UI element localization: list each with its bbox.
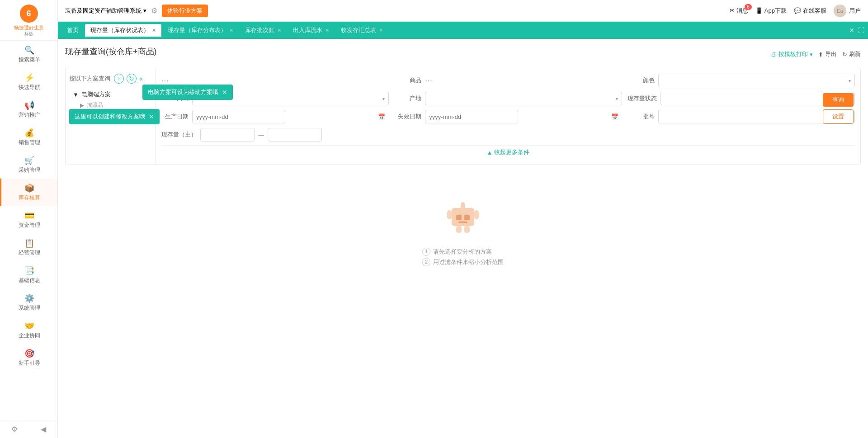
filter-layout: 按以下方案查询 ＋ ↻ « 电脑方案可设为移动方案哦 ✕ xyxy=(65,68,861,165)
scheme-edit-tooltip: 这里可以创建和修改方案哦 ✕ xyxy=(69,109,160,124)
tab-close-icon[interactable]: ✕ xyxy=(152,28,156,33)
sidebar-icon-inventory: 📦 xyxy=(24,183,34,193)
stock-status-label: 现存量状态 xyxy=(627,94,657,103)
empty-state: 1 请先选择要分析的方案 2 用过滤条件来缩小分析范围 xyxy=(65,165,861,295)
color-label: 颜色 xyxy=(627,76,655,85)
tab-label: 库存批次账 xyxy=(245,26,274,34)
sidebar-label-quicknav: 快速导航 xyxy=(19,84,40,91)
expire-date-input[interactable] xyxy=(425,110,518,123)
sidebar-label-inventory: 库存核算 xyxy=(19,194,40,202)
svg-rect-1 xyxy=(456,215,462,220)
logo-text: 畅捷通好生意 标版 xyxy=(14,24,44,37)
add-scheme-btn[interactable]: ＋ xyxy=(114,74,124,84)
refresh-scheme-btn[interactable]: ↻ xyxy=(127,74,137,84)
color-select[interactable]: ▾ xyxy=(658,74,855,87)
tab-label: 收发存汇总表 xyxy=(341,26,376,34)
scheme-pc-label: 电脑端方案 xyxy=(81,90,111,99)
sidebar-item-operations[interactable]: 📋 经营管理 xyxy=(0,234,57,261)
filter-field-produce-date: 生产日期 📅 xyxy=(161,110,389,123)
tip-num-2: 2 xyxy=(422,258,430,266)
filter-action-btns: ＋ ↻ « xyxy=(114,74,143,84)
tab-inventory-status[interactable]: 现存量（库存状况表） ✕ xyxy=(85,24,161,37)
scheme-tooltip-text: 电脑方案可设为移动方案哦 xyxy=(148,88,218,96)
expire-date-label: 失效日期 xyxy=(394,113,421,121)
filter-dots-1[interactable]: ⋯ xyxy=(161,76,169,85)
tab-fullscreen-icon[interactable]: ⛶ xyxy=(858,27,864,34)
sidebar-label-operations: 经营管理 xyxy=(19,249,40,257)
tab-close-icon[interactable]: ✕ xyxy=(229,28,233,33)
header-right: ✉ 消息 6 📱 App下载 💬 在线客服 Ea 用户 xyxy=(730,5,861,17)
stock-qty-min[interactable] xyxy=(200,128,255,141)
filter-arrow-btn[interactable]: « xyxy=(139,75,143,82)
msg-icon-area[interactable]: ✉ 消息 6 xyxy=(730,7,748,15)
origin-select[interactable]: ▾ xyxy=(425,92,622,105)
sidebar-item-guide[interactable]: 🎯 新手引导 xyxy=(0,344,57,372)
filter-field-expire-date: 失效日期 📅 xyxy=(394,110,622,123)
sidebar-item-purchase[interactable]: 🛒 采购管理 xyxy=(0,151,57,179)
tab-batch-account[interactable]: 库存批次账 ✕ xyxy=(240,24,287,37)
search-btn[interactable]: 查询 xyxy=(823,93,854,107)
sidebar-label-purchase: 采购管理 xyxy=(19,166,40,174)
sidebar-item-system[interactable]: ⚙️ 系统管理 xyxy=(0,289,57,316)
sidebar-label-marketing: 营销推广 xyxy=(19,111,40,119)
sys-dropdown-arrow: ▾ xyxy=(143,7,146,14)
sidebar-item-sales[interactable]: 💰 销售管理 xyxy=(0,123,57,151)
filter-dots-2[interactable]: ⋯ xyxy=(425,76,432,85)
avatar: Ea xyxy=(834,5,846,17)
tab-close-icon[interactable]: ✕ xyxy=(277,28,281,33)
expire-date-wrapper: 📅 xyxy=(425,110,622,123)
sidebar-icon-enterprise: 🤝 xyxy=(24,321,34,331)
online-service[interactable]: 💬 在线客服 xyxy=(794,7,826,15)
phone-icon: 📱 xyxy=(755,7,763,14)
tab-home[interactable]: 首页 xyxy=(61,24,84,37)
sidebar-icon-purchase: 🛒 xyxy=(24,155,34,165)
tab-flow[interactable]: 出入库流水 ✕ xyxy=(288,24,335,37)
sidebar-item-enterprise[interactable]: 🤝 企业协同 xyxy=(0,316,57,344)
svg-rect-6 xyxy=(447,210,452,219)
tab-close-icon[interactable]: ✕ xyxy=(379,28,383,33)
stock-qty-max[interactable] xyxy=(268,128,322,141)
sidebar-item-basic[interactable]: 📑 基础信息 xyxy=(0,261,57,289)
sidebar-collapse-icon[interactable]: ◀ xyxy=(41,425,46,433)
filter-fields: ⋯ 商品 ⋯ 颜色 ▾ xyxy=(156,68,861,165)
sub-label: 按照品 xyxy=(87,101,103,109)
tab-summary[interactable]: 收发存汇总表 ✕ xyxy=(335,24,388,37)
logo-icon: 6 xyxy=(20,5,38,23)
refresh-btn[interactable]: ↻ 刷新 xyxy=(842,50,861,58)
sidebar-item-finance[interactable]: 💳 资金管理 xyxy=(0,206,57,234)
sidebar-item-inventory[interactable]: 📦 库存核算 xyxy=(0,179,57,206)
origin-arrow: ▾ xyxy=(616,96,618,101)
svg-rect-3 xyxy=(458,221,467,223)
industry-btn[interactable]: 体验行业方案 xyxy=(162,5,208,17)
produce-date-input[interactable] xyxy=(192,110,285,123)
sidebar-item-quicknav[interactable]: ⚡ 快速导航 xyxy=(0,68,57,96)
app-download[interactable]: 📱 App下载 xyxy=(755,7,787,15)
scheme-tooltip-close[interactable]: ✕ xyxy=(222,89,227,96)
tab-close-all-icon[interactable]: ✕ xyxy=(849,27,854,34)
sys-name-dropdown[interactable]: 装备及固定资产辅助管理系统 ▾ xyxy=(65,7,146,15)
header-settings-icon[interactable]: ⚙ xyxy=(151,6,157,15)
scheme-edit-close[interactable]: ✕ xyxy=(149,113,154,120)
print-dropdown[interactable]: 🖨 按模板打印 ▾ xyxy=(771,50,813,58)
filter-header: 按以下方案查询 ＋ ↻ « xyxy=(69,74,152,84)
search-btns: 查询 设置 xyxy=(823,93,854,124)
filter-row-2: 尺码 ▾ 产地 ▾ xyxy=(161,92,855,105)
sidebar-label-basic: 基础信息 xyxy=(19,277,40,284)
user-area[interactable]: Ea 用户 xyxy=(834,5,861,17)
filter-field-stock-qty: 现存量（主） — xyxy=(161,128,855,141)
scheme-pc[interactable]: ▼ 电脑端方案 xyxy=(73,89,152,100)
tab-label: 出入库流水 xyxy=(293,26,322,34)
sidebar-settings-icon[interactable]: ⚙ xyxy=(11,425,18,433)
sidebar-item-marketing[interactable]: 📢 营销推广 xyxy=(0,96,57,123)
sidebar-item-search[interactable]: 🔍 搜索菜单 xyxy=(0,41,57,68)
reset-btn[interactable]: 设置 xyxy=(823,109,854,124)
export-btn[interactable]: ⬆ 导出 xyxy=(818,50,837,58)
tab-inventory-dist[interactable]: 现存量（库存分布表） ✕ xyxy=(162,24,239,37)
refresh-label: 刷新 xyxy=(849,50,861,58)
sidebar-label-finance: 资金管理 xyxy=(19,221,40,229)
collapse-bar[interactable]: ▲ 收起更多条件 xyxy=(161,145,855,159)
scheme-edit-text: 这里可以创建和修改方案哦 xyxy=(75,113,145,121)
produce-date-label: 生产日期 xyxy=(161,113,189,121)
filter-field-stock-status: 现存量状态 ▾ xyxy=(627,92,855,105)
tab-close-icon[interactable]: ✕ xyxy=(325,28,329,33)
